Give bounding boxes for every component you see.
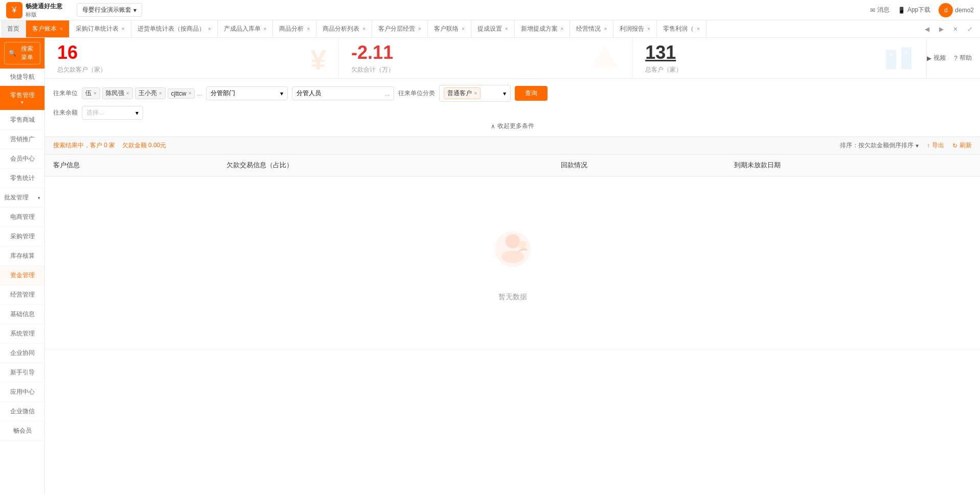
tab-customer-contact[interactable]: 客户联络 × — [428, 20, 471, 38]
close-icon[interactable]: × — [418, 26, 421, 32]
refresh-icon: ↻ — [952, 142, 958, 149]
sidebar-item-basic-info[interactable]: 基础信息 — [0, 305, 44, 324]
sidebar-item-vip-member[interactable]: 畅会员 — [0, 421, 44, 441]
top-bar-left: ¥ 畅捷通好生意 标版 母婴行业演示账套 ▾ — [6, 2, 142, 18]
filter-tag-chen-text: 陈民强 — [106, 89, 124, 98]
filter-tags: 伍 × 陈民强 × 王小亮 × cjttcw × ... — [82, 87, 202, 99]
svg-point-8 — [518, 241, 526, 249]
tab-customer-account[interactable]: 客户账本 × — [26, 20, 70, 38]
sidebar-item-quick-nav[interactable]: 快捷导航 — [0, 69, 44, 86]
person-filter[interactable]: 分管人员 ... — [292, 86, 394, 100]
sidebar-item-marketing[interactable]: 营销推广 — [0, 130, 44, 149]
nav-close-all-button[interactable]: ✕ — [949, 23, 962, 35]
filter-tag-wang-text: 王小亮 — [139, 89, 157, 98]
filter-tags-more[interactable]: ... — [197, 90, 202, 97]
tab-purchase-order[interactable]: 采购订单统计表 × — [70, 20, 131, 38]
sidebar: 🔍 搜索菜单 快捷导航 零售管理 ▾ 零售商城 营销推广 会员中心 零售统计 批… — [0, 38, 45, 494]
tab-home-label: 首页 — [7, 25, 19, 33]
tab-product-stock-label: 产成品入库单 — [224, 25, 261, 33]
close-icon[interactable]: × — [60, 26, 63, 32]
nav-tabs: 首页 客户账本 × 采购订单统计表 × 进货单统计表（按商品） × 产成品入库单… — [0, 20, 980, 38]
sidebar-item-system-mgmt[interactable]: 系统管理 — [0, 324, 44, 344]
download-label: App下载 — [907, 6, 930, 14]
collapse-button[interactable]: ∧ 收起更多条件 — [491, 122, 534, 130]
sidebar-item-wholesale-mgmt[interactable]: 批发管理 ▾ — [0, 188, 44, 208]
results-customer-count: 0 — [104, 142, 107, 149]
search-menu-button[interactable]: 🔍 搜索菜单 — [4, 42, 40, 64]
close-icon[interactable]: × — [647, 26, 650, 32]
tab-new-promotion[interactable]: 新增提成方案 × — [515, 20, 571, 38]
help-icon: ? — [954, 55, 958, 62]
close-icon[interactable]: × — [561, 26, 564, 32]
nav-next-button[interactable]: ▶ — [935, 23, 947, 35]
unit-class-tag-close[interactable]: × — [474, 91, 477, 96]
filter-tag-wang-close[interactable]: × — [159, 91, 162, 96]
sidebar-item-app-center[interactable]: 应用中心 — [0, 383, 44, 402]
close-icon[interactable]: × — [362, 26, 366, 32]
tab-home[interactable]: 首页 — [1, 20, 26, 38]
close-icon[interactable]: × — [462, 26, 465, 32]
filter-tag-cjttcw-close[interactable]: × — [189, 91, 192, 96]
sidebar-item-finance-mgmt[interactable]: 资金管理 — [0, 266, 44, 285]
sidebar-item-operations-mgmt[interactable]: 经营管理 — [0, 285, 44, 305]
help-label: 帮助 — [960, 54, 972, 62]
balance-chevron: ▾ — [135, 109, 139, 117]
search-results-bar: 搜索结果中，客户 0 家 欠款金额 0.00元 排序：按欠款金额倒序排序 ▾ ↑… — [45, 137, 980, 154]
close-icon[interactable]: × — [697, 26, 700, 32]
sidebar-item-member-center[interactable]: 会员中心 — [0, 149, 44, 169]
dept-filter[interactable]: 分管部门 ▾ — [206, 86, 288, 100]
sidebar-item-retail-mall[interactable]: 零售商城 — [0, 110, 44, 130]
filter-tag-chen-close[interactable]: × — [126, 91, 129, 96]
tab-product-stock[interactable]: 产成品入库单 × — [218, 20, 274, 38]
export-button[interactable]: ↑ 导出 — [927, 141, 944, 150]
balance-filter[interactable]: 选择... ▾ — [82, 106, 143, 120]
sidebar-item-retail-stats[interactable]: 零售统计 — [0, 169, 44, 188]
sidebar-item-app-center-label: 应用中心 — [10, 388, 35, 395]
filter-tag-wu-close[interactable]: × — [94, 91, 97, 96]
nav-prev-button[interactable]: ◀ — [921, 23, 933, 35]
video-button[interactable]: ▶ 视频 — [927, 54, 946, 62]
sort-selector[interactable]: 排序：按欠款金额倒序排序 ▾ — [840, 141, 919, 150]
sidebar-item-inventory[interactable]: 库存核算 — [0, 246, 44, 266]
close-icon[interactable]: × — [264, 26, 267, 32]
workspace-selector[interactable]: 母婴行业演示账套 ▾ — [77, 3, 142, 17]
query-button[interactable]: 查询 — [515, 86, 548, 101]
tab-purchase-stats[interactable]: 进货单统计表（按商品） × — [131, 20, 218, 38]
app-download-button[interactable]: 📱 App下载 — [898, 6, 930, 14]
tab-customer-segment[interactable]: 客户分层经营 × — [372, 20, 428, 38]
tab-profit-report[interactable]: 利润报告 × — [613, 20, 657, 38]
user-avatar[interactable]: d demo2 — [939, 3, 974, 17]
nav-expand-button[interactable]: ⤢ — [964, 23, 976, 35]
message-button[interactable]: ✉ 消息 — [870, 6, 890, 14]
close-icon[interactable]: × — [307, 26, 310, 32]
results-info-mid: 家 — [109, 142, 115, 149]
sidebar-item-enterprise-collab-label: 企业协同 — [10, 349, 35, 356]
tab-promotion-settings[interactable]: 提成设置 × — [471, 20, 515, 38]
person-filter-more[interactable]: ... — [384, 90, 390, 97]
tab-retail-profit[interactable]: 零售利润（ × — [657, 20, 706, 38]
stat-actions: ▶ 视频 ? 帮助 — [927, 38, 980, 78]
sidebar-item-enterprise-wechat[interactable]: 企业微信 — [0, 402, 44, 421]
unit-class-filter[interactable]: 普通客户 × ▾ — [439, 85, 511, 102]
sidebar-item-ecommerce[interactable]: 电商管理 — [0, 208, 44, 227]
filter-tag-cjttcw: cjttcw × — [168, 88, 195, 99]
sidebar-item-new-user[interactable]: 新手引导 — [0, 363, 44, 383]
refresh-button[interactable]: ↻ 刷新 — [952, 141, 972, 150]
tab-customer-contact-label: 客户联络 — [434, 25, 459, 33]
tab-operations[interactable]: 经营情况 × — [570, 20, 613, 38]
tab-promotion-settings-label: 提成设置 — [477, 25, 502, 33]
close-icon[interactable]: × — [604, 26, 607, 32]
results-info-prefix: 搜索结果中，客户 — [53, 142, 102, 149]
sidebar-item-enterprise-collab[interactable]: 企业协同 — [0, 344, 44, 363]
help-button[interactable]: ? 帮助 — [954, 54, 972, 62]
tab-product-analysis-list[interactable]: 商品分析列表 × — [316, 20, 372, 38]
sidebar-item-purchase-mgmt[interactable]: 采购管理 — [0, 227, 44, 246]
close-icon[interactable]: × — [122, 26, 125, 32]
sidebar-item-system-mgmt-label: 系统管理 — [10, 330, 35, 337]
svg-rect-2 — [901, 47, 911, 69]
close-icon[interactable]: × — [505, 26, 508, 32]
quick-nav-label: 快捷导航 — [10, 73, 35, 80]
close-icon[interactable]: × — [208, 26, 211, 32]
tab-product-analysis[interactable]: 商品分析 × — [273, 20, 316, 38]
sidebar-item-retail-mgmt[interactable]: 零售管理 ▾ — [0, 86, 44, 110]
